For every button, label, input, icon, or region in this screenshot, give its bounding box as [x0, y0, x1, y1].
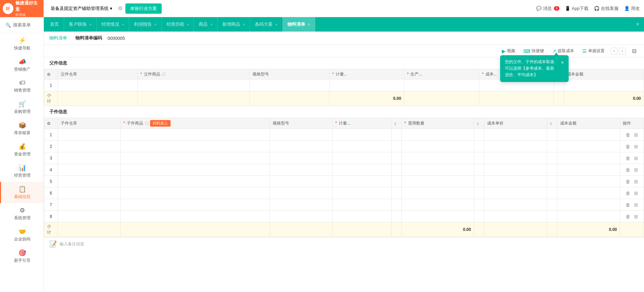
child-row-qty[interactable] [401, 152, 474, 164]
tab-business-close[interactable]: × [122, 23, 124, 26]
tab-bom[interactable]: 物料清单 × [283, 17, 315, 32]
tab-customer[interactable]: 客户联络 × [64, 17, 97, 32]
child-row-unit[interactable] [332, 164, 391, 176]
child-row-cost-price[interactable] [484, 141, 547, 152]
parent-row-spec[interactable] [249, 80, 329, 91]
tooltip-close-button[interactable]: × [561, 59, 564, 66]
child-row-cost-price[interactable] [484, 129, 547, 141]
child-row-qty[interactable] [401, 164, 474, 176]
child-row-spec[interactable] [270, 152, 332, 164]
child-row-warehouse[interactable] [58, 152, 121, 164]
child-row-warehouse[interactable] [58, 176, 121, 187]
sidebar-item-marketing[interactable]: 📣 营销推广 [0, 55, 44, 76]
parent-row-prod[interactable] [404, 80, 479, 91]
child-row-spec[interactable] [270, 187, 332, 199]
parent-col-settings[interactable]: ⚙ [44, 69, 58, 80]
child-row-cost-price[interactable] [484, 187, 547, 199]
sidebar-item-quick-nav[interactable]: ⚡ 快捷导航 [0, 33, 44, 55]
child-row-spec[interactable] [270, 141, 332, 152]
sidebar-item-system[interactable]: ⚙ 系统管理 [0, 203, 44, 224]
child-row-spec[interactable] [270, 199, 332, 211]
breadcrumb-parent[interactable]: 物料清单 [49, 35, 67, 41]
child-row-spec[interactable] [270, 176, 332, 187]
child-row-warehouse[interactable] [58, 164, 121, 176]
delete-icon[interactable]: 🗑 [624, 143, 632, 150]
sidebar-item-guide[interactable]: 🎯 新手引导 [0, 246, 44, 267]
sidebar-item-basic-info[interactable]: 📋 基础信息 [0, 182, 44, 203]
message-action[interactable]: 💬 消息 6 [536, 5, 559, 12]
grid-view-button[interactable]: ⊟ [630, 46, 639, 56]
child-row-qty[interactable] [401, 141, 474, 152]
child-row-goods[interactable] [121, 199, 270, 211]
nav-arrow-left[interactable]: ‹ [611, 48, 618, 55]
sidebar-item-enterprise[interactable]: 🤝 企业协同 [0, 224, 44, 246]
child-row-cost-price[interactable] [484, 152, 547, 164]
tab-goods-close[interactable]: × [210, 23, 212, 26]
nav-arrow-right[interactable]: › [619, 48, 626, 55]
note-placeholder[interactable]: 输入备注信息 [60, 241, 84, 247]
copy-icon[interactable]: ⊞ [633, 155, 640, 162]
tab-bom-close[interactable]: × [308, 23, 310, 26]
settings-icon[interactable]: ⚙ [118, 5, 123, 12]
child-row-spec[interactable] [270, 129, 332, 141]
delete-icon[interactable]: 🗑 [624, 166, 632, 173]
app-download-action[interactable]: 📱 App下载 [565, 5, 589, 12]
single-settings-button[interactable]: ☰ 单据设置 [580, 47, 607, 55]
parent-row-warehouse[interactable] [58, 80, 138, 91]
child-row-qty[interactable] [401, 129, 474, 141]
child-row-warehouse[interactable] [58, 211, 121, 222]
tab-new-goods[interactable]: 新增商品 × [218, 17, 250, 32]
user-action[interactable]: 👤 用友 [624, 5, 640, 12]
copy-icon[interactable]: ⊞ [633, 213, 640, 220]
delete-icon[interactable]: 🗑 [624, 201, 632, 208]
system-selector[interactable]: 装备及固定资产辅助管理系统 ▾ [48, 4, 115, 13]
delete-icon[interactable]: 🗑 [624, 213, 632, 220]
child-row-unit[interactable] [332, 176, 391, 187]
delete-icon[interactable]: 🗑 [624, 190, 632, 197]
tab-process[interactable]: 经营历程 × [162, 17, 194, 32]
child-row-unit[interactable] [332, 141, 391, 152]
copy-icon[interactable]: ⊞ [633, 178, 640, 185]
shortcut-key-button[interactable]: ⌨ 快捷键 [521, 47, 546, 55]
tab-barcode[interactable]: 条码方案 × [250, 17, 283, 32]
delete-icon[interactable]: 🗑 [624, 155, 632, 162]
trial-button[interactable]: 体验行业方案 [125, 3, 162, 14]
tab-barcode-close[interactable]: × [275, 23, 277, 26]
child-row-warehouse[interactable] [58, 141, 121, 152]
child-row-warehouse[interactable] [58, 199, 121, 211]
child-row-warehouse[interactable] [58, 187, 121, 199]
child-row-qty[interactable] [401, 176, 474, 187]
tab-profit[interactable]: 利润报告 × [129, 17, 162, 32]
copy-icon[interactable]: ⊞ [633, 201, 640, 208]
child-row-goods[interactable] [121, 187, 270, 199]
child-row-warehouse[interactable] [58, 129, 121, 141]
tab-customer-close[interactable]: × [89, 23, 91, 26]
child-col-settings[interactable]: ⚙ [44, 118, 58, 129]
child-row-unit[interactable] [332, 211, 391, 222]
child-row-goods[interactable] [121, 211, 270, 222]
child-row-unit[interactable] [332, 199, 391, 211]
copy-icon[interactable]: ⊞ [633, 166, 640, 173]
child-row-qty[interactable] [401, 187, 474, 199]
tab-home[interactable]: 首页 [45, 17, 64, 32]
online-service-action[interactable]: 🎧 在线客服 [594, 5, 619, 12]
child-row-goods[interactable] [121, 141, 270, 152]
close-all-tabs[interactable]: × [633, 21, 643, 27]
scan-input-button[interactable]: 扫码录入 [150, 120, 171, 127]
sidebar-item-sales[interactable]: 🏷 销售管理 [0, 76, 44, 97]
child-row-qty[interactable] [401, 211, 474, 222]
child-row-unit[interactable] [332, 187, 391, 199]
delete-icon[interactable]: 🗑 [624, 178, 632, 185]
parent-row-goods[interactable] [137, 80, 249, 91]
tab-business[interactable]: 经营情况 × [97, 17, 129, 32]
child-row-spec[interactable] [270, 211, 332, 222]
child-row-qty[interactable] [401, 199, 474, 211]
copy-icon[interactable]: ⊞ [633, 190, 640, 197]
child-row-unit[interactable] [332, 129, 391, 141]
delete-icon[interactable]: 🗑 [624, 131, 632, 138]
child-row-goods[interactable] [121, 152, 270, 164]
tab-new-goods-close[interactable]: × [243, 23, 245, 26]
child-row-unit[interactable] [332, 152, 391, 164]
search-menu-button[interactable]: 🔍 搜索菜单 [3, 20, 41, 30]
child-row-cost-price[interactable] [484, 176, 547, 187]
